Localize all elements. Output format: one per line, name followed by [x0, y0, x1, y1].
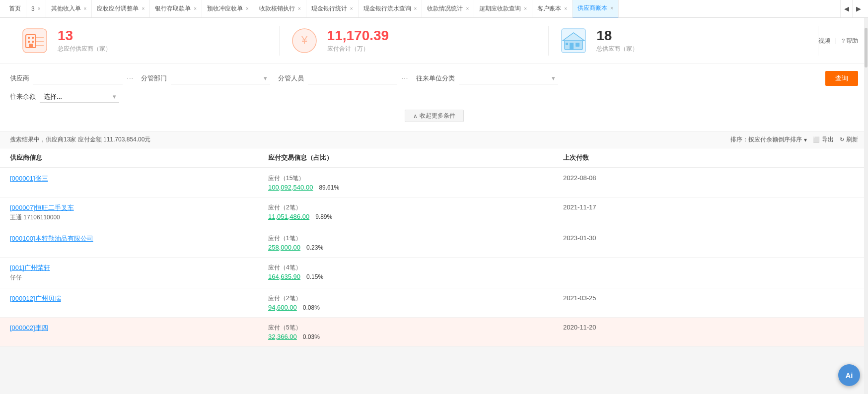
video-link[interactable]: 视频 — [818, 37, 830, 45]
tx-pct: 89.61% — [319, 184, 339, 191]
refresh-button[interactable]: ↻ 刷新 — [840, 135, 858, 144]
department-select[interactable] — [171, 72, 270, 84]
balance-select-wrap: 选择... — [40, 91, 119, 103]
close-icon[interactable]: × — [246, 6, 249, 11]
result-actions: 排序：按应付余额倒序排序 ▾ ⬜ 导出 ↻ 刷新 — [730, 135, 858, 144]
close-icon[interactable]: × — [466, 6, 469, 11]
nav-tab-other-income[interactable]: 其他收入单 × — [46, 0, 92, 18]
close-icon[interactable]: × — [564, 6, 567, 11]
balance-filter: 往来余额 选择... — [10, 91, 119, 103]
supplier-link[interactable]: [001]广州荣轩 — [10, 263, 268, 272]
tx-amount[interactable]: 32,366.00 — [268, 333, 297, 340]
supplier-info-cell: [000100]本特勒油品有限公司 — [10, 234, 268, 243]
close-icon[interactable]: × — [298, 6, 301, 11]
person-more-icon[interactable]: ··· — [401, 74, 408, 83]
search-button[interactable]: 查询 — [825, 71, 858, 86]
close-icon[interactable]: × — [142, 6, 145, 11]
tx-row: 258,000.00 0.23% — [268, 243, 563, 251]
scrollbar-thumb[interactable] — [865, 28, 868, 67]
col-header-lastpay: 上次付数 — [563, 153, 858, 162]
last-pay-date: 2021-03-25 — [563, 294, 596, 302]
tx-amount[interactable]: 94,600.00 — [268, 304, 297, 311]
supplier-input[interactable] — [33, 72, 123, 84]
category-select[interactable] — [459, 72, 558, 84]
scrollbar[interactable] — [864, 18, 868, 347]
close-icon[interactable]: × — [84, 6, 87, 11]
person-filter-label: 分管人员 — [278, 74, 304, 83]
balance-select[interactable]: 选择... — [40, 91, 119, 103]
nav-tab-collection-stat[interactable]: 收款情况统计 × — [422, 0, 474, 18]
close-icon[interactable]: × — [350, 6, 353, 11]
supplier-link[interactable]: [000002]李四 — [10, 324, 268, 332]
close-icon[interactable]: × — [38, 6, 41, 11]
close-icon[interactable]: × — [610, 5, 613, 11]
nav-tab-3[interactable]: 3 × — [26, 0, 46, 18]
tx-row: 32,366.00 0.03% — [268, 332, 563, 340]
supplier-link[interactable]: [000007]恒旺二手叉车 — [10, 203, 268, 212]
nav-tab-ar-ap-adjust[interactable]: 应收应付调整单 × — [92, 0, 150, 18]
last-pay-date: 2022-08-08 — [563, 174, 596, 182]
col-header-supplier: 供应商信息 — [10, 153, 268, 162]
nav-tab-collection-write-off[interactable]: 收款核销执行 × — [254, 0, 306, 18]
close-icon[interactable]: × — [414, 6, 417, 11]
tx-label: 应付（2笔） — [268, 294, 563, 303]
nav-tab-overdue-query[interactable]: 超期应收款查询 × — [474, 0, 532, 18]
summary-card-total-suppliers: 18 总供应商（家） — [549, 26, 818, 56]
collapse-button[interactable]: ∧ 收起更多条件 — [405, 110, 464, 122]
supplier-info-cell: [000012]广州贝瑞 — [10, 294, 268, 303]
nav-tab-bank-deposit[interactable]: 银行存取款单 × — [150, 0, 202, 18]
supplier-info-cell: [000002]李四 — [10, 324, 268, 332]
summary-card-suppliers: 13 总应付供应商（家） — [10, 26, 280, 56]
person-input[interactable] — [308, 72, 397, 84]
table-row: [000012]广州贝瑞 应付（2笔） 94,600.00 0.08% 2021… — [0, 288, 868, 318]
summary-info-suppliers: 13 总应付供应商（家） — [58, 29, 111, 53]
tx-amount[interactable]: 11,051,486.00 — [268, 213, 309, 220]
supplier-link[interactable]: [000001]张三 — [10, 174, 268, 183]
table-header: 供应商信息 应付交易信息（占比） 上次付数 — [0, 148, 868, 168]
category-filter: 往来单位分类 — [416, 72, 558, 84]
svg-rect-6 — [29, 44, 33, 48]
close-icon[interactable]: × — [524, 6, 527, 11]
supplier-icon — [20, 26, 50, 56]
department-filter: 分管部门 — [141, 72, 270, 84]
tx-info-cell: 应付（15笔） 100,092,540.00 89.61% — [268, 174, 563, 191]
export-button[interactable]: ⬜ 导出 — [813, 135, 834, 144]
category-select-wrap — [459, 72, 558, 84]
nav-tab-home[interactable]: 首页 — [4, 0, 26, 18]
table-body: [000001]张三 应付（15笔） 100,092,540.00 89.61%… — [0, 168, 868, 347]
sort-button[interactable]: 排序：按应付余额倒序排序 ▾ — [730, 135, 807, 144]
supplier-link[interactable]: [000012]广州贝瑞 — [10, 294, 268, 303]
supplier-link[interactable]: [000100]本特勒油品有限公司 — [10, 234, 268, 243]
close-icon[interactable]: × — [194, 6, 197, 11]
svg-text:¥: ¥ — [300, 34, 307, 46]
summary-card-payable: ¥ 11,170.39 应付合计（万） — [280, 26, 549, 56]
nav-tab-cash-bank-stat[interactable]: 现金银行统计 × — [306, 0, 359, 18]
tx-label: 应付（15笔） — [268, 174, 563, 183]
suppliers-label: 总应付供应商（家） — [58, 45, 111, 53]
help-links: 视频 | ? 帮助 — [818, 37, 858, 45]
help-link[interactable]: ? 帮助 — [842, 37, 858, 45]
tx-amount[interactable]: 100,092,540.00 — [268, 184, 313, 191]
last-pay-date: 2021-11-17 — [563, 203, 596, 211]
nav-tab-customer-ledger[interactable]: 客户账本 × — [532, 0, 573, 18]
tx-amount[interactable]: 164,635.90 — [268, 273, 300, 280]
tx-amount[interactable]: 258,000.00 — [268, 244, 300, 251]
nav-tab-pre-collect[interactable]: 预收冲应收单 × — [202, 0, 254, 18]
tx-info-cell: 应付（1笔） 258,000.00 0.23% — [268, 234, 563, 251]
payable-amount: 11,170.39 — [327, 29, 389, 43]
tx-pct: 0.15% — [306, 273, 323, 280]
nav-tab-supplier-ledger[interactable]: 供应商账本 × — [573, 0, 619, 18]
last-pay-cell: 2022-08-08 — [563, 174, 858, 182]
svg-rect-4 — [28, 41, 30, 43]
nav-tab-cash-bank-flow[interactable]: 现金银行流水查询 × — [359, 0, 423, 18]
department-filter-label: 分管部门 — [141, 74, 167, 83]
nav-next-button[interactable]: ▶ — [852, 0, 864, 18]
svg-rect-17 — [566, 43, 568, 45]
total-suppliers-label: 总供应商（家） — [596, 45, 638, 53]
supplier-more-icon[interactable]: ··· — [127, 74, 133, 83]
tx-row: 94,600.00 0.08% — [268, 303, 563, 311]
svg-rect-15 — [570, 43, 574, 50]
result-summary-text: 搜索结果中，供应商13家 应付金额 111,703,854.00元 — [10, 135, 730, 144]
nav-prev-button[interactable]: ◀ — [840, 0, 852, 18]
payable-icon: ¥ — [289, 26, 319, 56]
